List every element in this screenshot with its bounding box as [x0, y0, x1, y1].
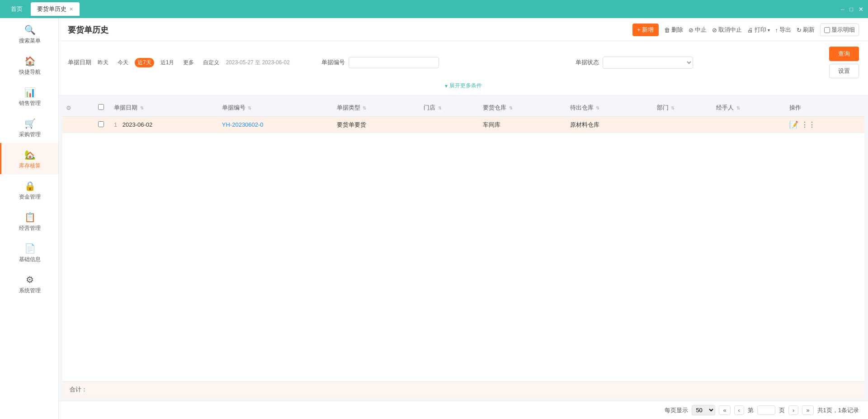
delete-button[interactable]: 🗑 删除 — [664, 26, 683, 34]
filter-settings-button[interactable]: 设置 — [829, 64, 859, 78]
home-icon: 🏠 — [24, 56, 36, 67]
delete-label: 删除 — [671, 26, 683, 34]
sidebar-item-sales[interactable]: 📊 销售管理 — [0, 81, 58, 112]
filter-area: 单据日期 昨天 今天 近7天 近1月 更多 自定义 2023-05-27 至 2… — [59, 41, 868, 95]
tab-requisition-history[interactable]: 要货单历史 ✕ — [31, 2, 80, 16]
window-close-icon[interactable]: ✕ — [859, 6, 863, 13]
row-num: 1 — [114, 121, 117, 128]
col-req-warehouse[interactable]: 要货仓库 ⇅ — [479, 99, 566, 117]
sidebar-item-system[interactable]: ⚙ 系统管理 — [0, 268, 58, 299]
refresh-label: 刷新 — [803, 26, 815, 34]
row-pending-warehouse: 原材料仓库 — [570, 121, 599, 128]
col-number[interactable]: 单据编号 ⇅ — [218, 99, 333, 117]
col-pending-warehouse-label: 待出仓库 — [570, 104, 594, 111]
date-opt-1month[interactable]: 近1月 — [158, 58, 177, 67]
prev-page-button[interactable]: ‹ — [734, 405, 744, 415]
date-opt-7days[interactable]: 近7天 — [135, 58, 154, 67]
sidebar: 🔍 搜索菜单 🏠 快捷导航 📊 销售管理 🛒 采购管理 🏡 库存核算 🔒 资金管… — [0, 18, 59, 419]
table-row: 1 2023-06-02 YH-20230602-0 要货单要货 — [62, 117, 864, 133]
table-wrapper: ⚙ 单据日期 ⇅ 单据编号 ⇅ — [62, 99, 864, 381]
delete-icon: 🗑 — [664, 27, 670, 33]
row-checkbox-cell[interactable] — [92, 117, 110, 133]
display-detail-button[interactable]: 显示明细 — [820, 24, 859, 36]
window-controls: – □ ✕ — [841, 6, 863, 13]
sidebar-item-purchase[interactable]: 🛒 采购管理 — [0, 112, 58, 143]
row-edit-icon[interactable]: 📝 — [789, 120, 798, 129]
date-opt-custom[interactable]: 自定义 — [200, 58, 222, 67]
cancel-stop-button[interactable]: ⊘ 取消中止 — [712, 26, 742, 34]
expand-filter-button[interactable]: ▾ 展开更多条件 — [68, 82, 859, 90]
row-checkbox[interactable] — [98, 121, 104, 127]
row-department-cell — [653, 117, 712, 133]
doc-number-filter-group: 单据编号 — [321, 57, 566, 68]
date-opt-more[interactable]: 更多 — [180, 58, 197, 67]
date-opt-yesterday[interactable]: 昨天 — [95, 58, 111, 67]
top-bar: 首页 要货单历史 ✕ – □ ✕ — [0, 0, 868, 18]
new-button[interactable]: + 新增 — [632, 24, 658, 36]
sort-department-icon: ⇅ — [671, 105, 675, 110]
export-label: 导出 — [779, 26, 791, 34]
col-department[interactable]: 部门 ⇅ — [653, 99, 712, 117]
query-button[interactable]: 查询 — [829, 47, 859, 61]
table-header-row: ⚙ 单据日期 ⇅ 单据编号 ⇅ — [62, 99, 864, 117]
next-page-button[interactable]: › — [788, 405, 798, 415]
print-icon: 🖨 — [747, 27, 753, 33]
display-detail-label: 显示明细 — [831, 26, 855, 34]
export-button[interactable]: ↑ 导出 — [775, 26, 792, 34]
page-number-input[interactable]: 1 — [757, 405, 775, 415]
sidebar-item-finance[interactable]: 🔒 资金管理 — [0, 174, 58, 205]
col-date[interactable]: 单据日期 ⇅ — [110, 99, 218, 117]
export-icon: ↑ — [775, 27, 778, 33]
stop-button[interactable]: ⊘ 中止 — [689, 26, 707, 34]
row-number-link[interactable]: YH-20230602-0 — [222, 121, 264, 128]
sidebar-item-basic[interactable]: 📄 基础信息 — [0, 237, 58, 268]
per-page-select[interactable]: 10 20 50 100 — [692, 405, 715, 415]
cancel-stop-label: 取消中止 — [718, 26, 742, 34]
row-date: 2023-06-02 — [123, 121, 153, 128]
last-page-button[interactable]: » — [802, 405, 813, 415]
col-handler[interactable]: 经手人 ⇅ — [712, 99, 786, 117]
tab-home[interactable]: 首页 — [5, 2, 29, 16]
sidebar-label-basic: 基础信息 — [19, 256, 41, 263]
col-type-label: 单据类型 — [337, 104, 360, 111]
col-store[interactable]: 门店 ⇅ — [420, 99, 479, 117]
per-page-label: 每页显示 — [665, 406, 688, 414]
refresh-button[interactable]: ↻ 刷新 — [797, 26, 815, 34]
doc-number-input[interactable] — [349, 57, 439, 68]
row-more-icon[interactable]: ⋮⋮ — [801, 120, 816, 129]
sidebar-item-operation[interactable]: 📋 经营管理 — [0, 205, 58, 237]
sort-store-icon: ⇅ — [438, 105, 442, 110]
window-max-icon[interactable]: □ — [849, 6, 853, 13]
sidebar-label-purchase: 采购管理 — [19, 131, 41, 138]
total-info: 共1页，1条记录 — [817, 406, 859, 414]
col-date-label: 单据日期 — [114, 104, 137, 111]
doc-status-label: 单据状态 — [576, 58, 599, 67]
col-number-label: 单据编号 — [222, 104, 245, 111]
sidebar-item-shortcut[interactable]: 🏠 快捷导航 — [0, 49, 58, 81]
col-settings[interactable]: ⚙ — [62, 99, 92, 117]
new-label: + 新增 — [637, 26, 654, 34]
sidebar-label-inventory: 库存核算 — [19, 162, 41, 170]
sidebar-item-inventory[interactable]: 🏡 库存核算 — [0, 143, 58, 174]
first-page-button[interactable]: « — [719, 405, 730, 415]
col-department-label: 部门 — [657, 104, 669, 111]
pagination: 每页显示 10 20 50 100 « ‹ 第 1 页 › » 共1页，1条记录 — [59, 401, 868, 419]
window-min-icon[interactable]: – — [841, 6, 844, 13]
filter-row-1: 单据日期 昨天 今天 近7天 近1月 更多 自定义 2023-05-27 至 2… — [68, 47, 859, 78]
date-opt-today[interactable]: 今天 — [115, 58, 131, 67]
sidebar-item-search[interactable]: 🔍 搜索菜单 — [0, 18, 58, 49]
page-label: 第 — [748, 406, 754, 414]
sort-type-icon: ⇅ — [363, 105, 366, 110]
col-type[interactable]: 单据类型 ⇅ — [333, 99, 420, 117]
doc-status-select[interactable] — [603, 57, 693, 69]
toolbar: + 新增 🗑 删除 ⊘ 中止 ⊘ 取消中止 🖨 打印 ▾ — [632, 24, 859, 36]
select-all-checkbox[interactable] — [98, 104, 104, 110]
tab-close-icon[interactable]: ✕ — [69, 6, 73, 12]
tab-home-label: 首页 — [11, 5, 23, 13]
page-title: 要货单历史 — [68, 24, 108, 35]
col-pending-warehouse[interactable]: 待出仓库 ⇅ — [566, 99, 653, 117]
print-button[interactable]: 🖨 打印 ▾ — [747, 26, 770, 34]
col-action: 操作 — [786, 99, 864, 117]
row-store-cell — [420, 117, 479, 133]
display-detail-checkbox[interactable] — [824, 27, 830, 33]
